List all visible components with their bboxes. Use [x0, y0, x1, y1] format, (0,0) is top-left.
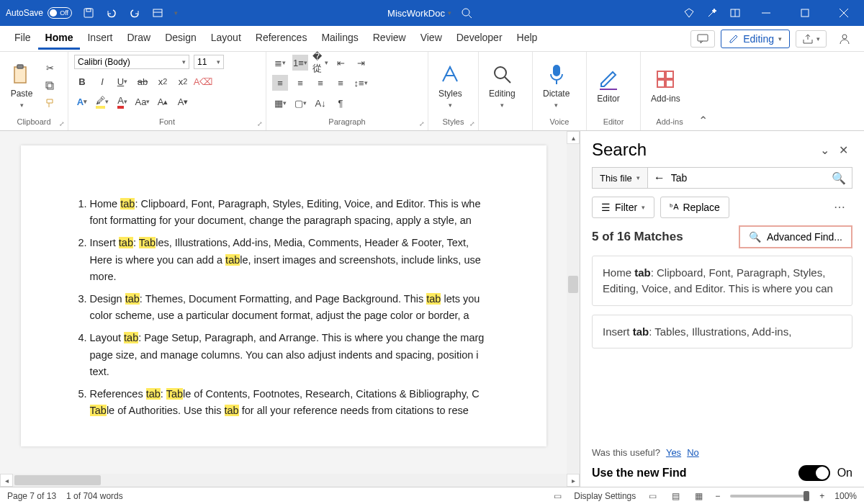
decrease-indent-icon[interactable]: ⇤: [333, 55, 348, 71]
bold-button[interactable]: B: [74, 73, 90, 89]
advanced-find-button[interactable]: 🔍Advanced Find...: [739, 225, 852, 248]
italic-button[interactable]: I: [94, 73, 110, 89]
filter-button[interactable]: ☰Filter▾: [592, 197, 654, 218]
sort-icon[interactable]: A↓: [312, 95, 328, 111]
styles-button[interactable]: Styles▾: [434, 63, 467, 109]
show-marks-icon[interactable]: ¶: [333, 95, 348, 111]
paragraph-launcher[interactable]: ⤢: [419, 120, 425, 127]
align-left-icon[interactable]: ≡: [272, 75, 288, 91]
document-canvas[interactable]: Home tab: Clipboard, Font, Paragraph, St…: [0, 131, 567, 474]
print-layout-icon[interactable]: ▤: [669, 490, 682, 503]
highlight-icon[interactable]: 🖉▾: [94, 94, 110, 109]
tab-developer[interactable]: Developer: [449, 27, 510, 50]
window-icon[interactable]: [729, 6, 742, 19]
quick-access-icon[interactable]: [151, 6, 164, 19]
dictate-button[interactable]: Dictate▾: [539, 63, 574, 109]
font-color-icon[interactable]: A▾: [114, 94, 130, 109]
back-arrow-icon[interactable]: ←: [654, 171, 665, 184]
search-scope-combo[interactable]: This file▾: [592, 167, 648, 189]
display-settings-icon[interactable]: ▭: [551, 490, 564, 503]
collapse-ribbon-icon[interactable]: ⌃: [698, 114, 715, 130]
search-icon[interactable]: [460, 6, 473, 19]
feedback-no[interactable]: No: [687, 447, 699, 458]
justify-icon[interactable]: ≡: [333, 75, 348, 91]
increase-indent-icon[interactable]: ⇥: [353, 55, 369, 71]
zoom-in-icon[interactable]: +: [819, 491, 824, 501]
search-result[interactable]: Home tab: Clipboard, Font, Paragraph, St…: [592, 256, 852, 306]
status-words[interactable]: 1 of 704 words: [66, 491, 123, 501]
editor-button[interactable]: Editor: [593, 68, 624, 104]
close-button[interactable]: [829, 0, 858, 26]
comments-button[interactable]: [690, 30, 715, 48]
replace-button[interactable]: ᵇAReplace: [660, 197, 729, 218]
redo-icon[interactable]: [128, 6, 141, 19]
shading-icon[interactable]: ▦▾: [272, 95, 288, 111]
scroll-thumb[interactable]: [568, 276, 578, 293]
undo-icon[interactable]: [105, 6, 118, 19]
tab-references[interactable]: References: [248, 27, 315, 50]
wand-icon[interactable]: [706, 6, 719, 19]
styles-launcher[interactable]: ⤢: [469, 120, 475, 127]
editing-dropdown[interactable]: Editing▾: [485, 63, 520, 109]
tab-insert[interactable]: Insert: [80, 27, 120, 50]
subscript-button[interactable]: x2: [155, 73, 171, 89]
focus-view-icon[interactable]: ▭: [646, 490, 659, 503]
tab-layout[interactable]: Layout: [204, 27, 248, 50]
numbering-icon[interactable]: 1≡▾: [292, 55, 308, 71]
scroll-left-icon[interactable]: ◂: [0, 474, 13, 487]
minimize-button[interactable]: [752, 0, 780, 26]
status-page[interactable]: Page 7 of 13: [7, 491, 56, 501]
text-effects-icon[interactable]: A▾: [74, 94, 90, 109]
scroll-right-icon[interactable]: ▸: [567, 474, 580, 487]
vertical-scrollbar[interactable]: ▴: [567, 131, 580, 474]
feedback-yes[interactable]: Yes: [666, 447, 681, 458]
hscroll-thumb[interactable]: [14, 475, 101, 485]
strikethrough-button[interactable]: ab: [135, 73, 150, 89]
document-title[interactable]: MiscWorkDoc ▾: [387, 8, 451, 19]
bullets-icon[interactable]: ≣▾: [272, 55, 288, 71]
more-options-icon[interactable]: ⋯: [827, 196, 852, 218]
new-find-toggle[interactable]: [798, 465, 830, 481]
diamond-icon[interactable]: [683, 6, 696, 19]
tab-file[interactable]: File: [7, 27, 38, 50]
save-icon[interactable]: [82, 6, 95, 19]
change-case-icon[interactable]: Aa▾: [135, 94, 150, 109]
tab-review[interactable]: Review: [366, 27, 413, 50]
search-input[interactable]: [671, 168, 826, 188]
tab-draw[interactable]: Draw: [120, 27, 158, 50]
multilevel-list-icon[interactable]: �從▾: [312, 55, 328, 71]
share-button[interactable]: ▾: [796, 30, 827, 48]
maximize-button[interactable]: [791, 0, 819, 26]
borders-icon[interactable]: ▢▾: [292, 95, 308, 111]
underline-button[interactable]: U▾: [114, 73, 130, 89]
tab-mailings[interactable]: Mailings: [314, 27, 365, 50]
align-right-icon[interactable]: ≡: [312, 75, 328, 91]
search-go-icon[interactable]: 🔍: [832, 171, 846, 185]
account-icon[interactable]: [832, 30, 857, 48]
cut-icon[interactable]: ✂: [42, 60, 58, 76]
clipboard-launcher[interactable]: ⤢: [59, 120, 65, 127]
addins-button[interactable]: Add-ins: [647, 68, 685, 104]
zoom-level[interactable]: 100%: [834, 491, 857, 501]
copy-icon[interactable]: [42, 78, 58, 94]
format-painter-icon[interactable]: [42, 95, 58, 111]
tab-view[interactable]: View: [413, 27, 449, 50]
font-launcher[interactable]: ⤢: [257, 120, 263, 127]
grow-font-icon[interactable]: A▴: [155, 94, 171, 109]
editing-mode-button[interactable]: Editing▾: [721, 30, 790, 48]
tab-design[interactable]: Design: [158, 27, 204, 50]
font-name-combo[interactable]: Calibri (Body)▾: [74, 55, 189, 69]
tab-home[interactable]: Home: [38, 27, 81, 50]
pane-close-icon[interactable]: ✕: [834, 140, 852, 159]
pane-dropdown-icon[interactable]: ⌄: [815, 140, 834, 159]
horizontal-scrollbar[interactable]: ◂ ▸: [0, 474, 580, 487]
paste-button[interactable]: Paste▾: [6, 63, 37, 109]
search-result[interactable]: Insert tab: Tables, Illustrations, Add-i…: [592, 315, 852, 349]
autosave-toggle[interactable]: AutoSave Off: [6, 7, 72, 19]
zoom-slider[interactable]: [730, 495, 809, 498]
clear-format-icon[interactable]: A⌫: [195, 73, 211, 89]
zoom-out-icon[interactable]: −: [715, 491, 720, 501]
search-input-box[interactable]: ← 🔍: [648, 167, 852, 189]
status-display-settings[interactable]: Display Settings: [574, 491, 636, 501]
align-center-icon[interactable]: ≡: [292, 75, 308, 91]
